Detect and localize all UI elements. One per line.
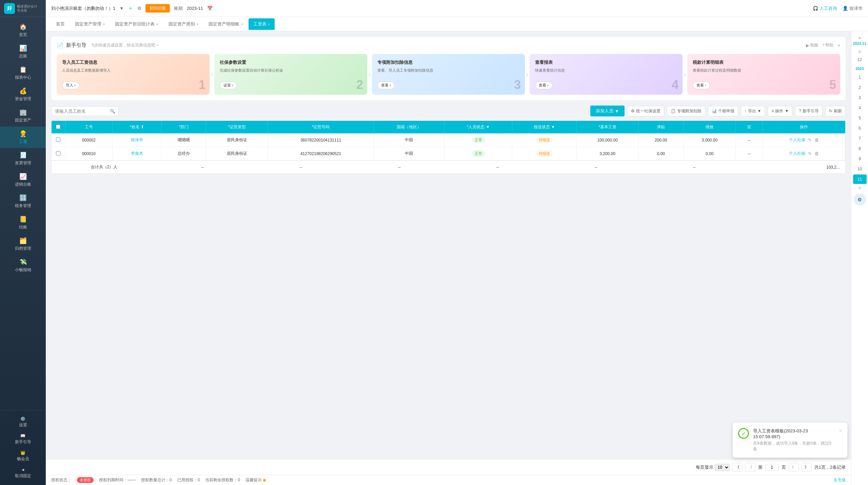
row2-social-insurance-link[interactable]: 个人社保 [789,151,805,156]
sidebar-item-settings[interactable]: ⚙️ 设置 [0,414,46,431]
first-page-btn[interactable]: 《 [732,463,743,471]
row2-edit-icon[interactable]: ✎ [808,151,812,156]
calendar-month-1[interactable]: 1 [853,73,867,82]
guide-subtitle: 5步快速完成设置，快去完善信息吧 ~ [92,42,159,48]
calendar-nav-down[interactable]: ▼ [855,185,865,191]
search-input[interactable] [55,109,108,114]
version-switch-btn[interactable]: 切到旧版 [145,4,170,13]
calendar-month-5[interactable]: 5 [853,113,867,123]
tab-assets-close[interactable]: × [103,22,105,26]
step-1-desc: 人员信息及工资数据新增导入 [62,68,204,79]
step-3-num: 3 [514,78,521,92]
calendar-month-9[interactable]: 9 [853,154,867,164]
step-1-btn[interactable]: 导入 › [62,81,79,89]
tab-depreciation-close[interactable]: × [156,22,158,26]
sidebar-item-assets[interactable]: 🏢 固定资产 [0,105,46,127]
refresh-btn[interactable]: ↻ 刷新 [825,106,846,116]
tab-depreciation[interactable]: 固定资产折旧统计表 × [110,18,163,30]
step-4-btn[interactable]: 查看 › [535,81,552,89]
sidebar-item-expense[interactable]: 💸 小畅报销 [0,255,46,276]
home-icon: 🏠 [19,23,27,31]
sidebar-item-reports[interactable]: 📋 报表中心 [0,62,46,84]
tax-report-btn[interactable]: 📊 个税申报 [708,106,738,116]
sidebar-item-archive[interactable]: 🗂️ 归档管理 [0,234,46,255]
row1-name-link[interactable]: 徐泽华 [131,137,143,142]
select-all-checkbox[interactable] [56,125,60,129]
account-dropdown[interactable]: ▼ [119,6,124,11]
add-account-btn[interactable]: ＋ [128,5,133,12]
tab-detail[interactable]: 固定资产明细账 × [204,18,248,30]
search-icon[interactable]: 🔍 [110,109,115,114]
row2-delete-icon[interactable]: 🗑 [814,151,819,156]
row2-report-badge: 待报送 [536,150,553,157]
sidebar-item-ledger[interactable]: 📊 总账 [0,41,46,62]
special-deduction-btn[interactable]: 📋 专项附加扣除 [667,106,705,116]
calendar-icon[interactable]: 📅 [207,6,213,11]
last-page-btn[interactable]: 》 [802,463,812,471]
calendar-month-7[interactable]: 7 [853,134,867,143]
tab-payroll-close[interactable]: × [268,22,270,26]
tab-home[interactable]: 首页 [51,18,70,30]
calendar-month-11[interactable]: 11 [853,174,867,184]
tab-payroll[interactable]: 工资表 × [249,18,275,30]
calendar-settings-icon[interactable]: ⚙ [854,193,866,206]
page-size-dropdown[interactable]: 10 20 50 [715,464,730,471]
sidebar-item-home[interactable]: 🏠 首页 [0,20,46,41]
row2-checkbox[interactable] [56,151,60,155]
page-number-input[interactable] [765,464,779,471]
sidebar-item-tax[interactable]: 🔢 税务管理 [0,191,46,212]
toast-content: 导入工资表模板(2023-03-23 15:07:59.897) 共9条数据，成… [753,428,835,452]
next-page-btn[interactable]: 〉 [789,463,799,471]
calendar-month-3[interactable]: 3 [853,93,867,102]
guide-video-btn[interactable]: ▶ 视频 [806,42,818,48]
guide-help-btn[interactable]: ? 帮助 [822,42,834,48]
calendar-month-4[interactable]: 4 [853,103,867,113]
cancel-pin-btn[interactable]: ◄ 取消固定 [0,465,46,482]
sidebar-item-finance[interactable]: 💰 资金管理 [0,84,46,105]
calendar-month-2[interactable]: 2 [853,83,867,92]
add-employee-btn[interactable]: 添加人员 ▼ [590,106,625,116]
calendar-up-btn[interactable]: ▲ [855,34,865,41]
calendar-month-8[interactable]: 8 [853,144,867,153]
step-3-btn[interactable]: 查看 › [377,81,395,89]
row2-name-link[interactable]: 李俊杰 [131,151,143,156]
sidebar-item-payroll[interactable]: 👷 工资 [0,127,46,148]
sidebar-item-newguide[interactable]: 📖 新手引导 [0,431,46,448]
sidebar-item-sales[interactable]: 📈 进销台账 [0,169,46,191]
row1-edit-icon[interactable]: ✎ [808,137,812,143]
header-status[interactable]: *人员状态 ▼ [445,121,512,133]
step-5-btn[interactable]: 查看 › [693,81,710,89]
settings-btn[interactable]: ⚙ [137,6,141,11]
tab-category[interactable]: 固定资产类别 × [164,18,203,30]
sidebar-item-closing[interactable]: 📒 结账 [0,212,46,234]
tab-assets[interactable]: 固定资产管理 × [70,18,110,30]
header-report-status[interactable]: 报送状态 ▼ [512,121,576,133]
user-info[interactable]: 👤 徐泽华 [843,5,863,12]
prev-page-btn[interactable]: 〈 [745,463,755,471]
sidebar-item-invoice[interactable]: 🧾 发票管理 [0,148,46,169]
toast-close-btn[interactable]: × [839,428,842,433]
add-dropdown-icon: ▼ [615,109,619,114]
calendar-month-10[interactable]: 10 [853,164,867,174]
calendar-nav-up[interactable]: ▲ [855,48,865,54]
row1-delete-icon[interactable]: 🗑 [814,137,819,143]
calendar-month-12[interactable]: 12 [853,55,867,64]
new-guide-btn[interactable]: ? 新手引导 [795,106,823,116]
recharge-btn[interactable]: 去充值 [833,477,846,483]
calendar-month-6[interactable]: 6 [853,124,867,133]
main-area: 📄 新手引导 5步快速完成设置，快去完善信息吧 ~ ▶ 视频 ? 帮助 [46,31,851,485]
guide-close-btn[interactable]: × [837,43,840,48]
sidebar-label-finance: 资金管理 [15,96,31,102]
tab-detail-close[interactable]: × [241,22,243,26]
header-name[interactable]: *姓名 ⬆ [113,121,161,133]
export-btn[interactable]: ↑ 导出 ▼ [741,106,765,116]
ai-service-btn[interactable]: 🎧 人工咨询 [813,5,837,12]
refresh-icon: ↻ [829,109,832,113]
row1-social-insurance-link[interactable]: 个人社保 [789,137,805,143]
step-2-btn[interactable]: 设置 › [220,81,237,89]
row1-checkbox[interactable] [56,137,60,142]
social-insurance-btn[interactable]: ⚙ 统一社保设置 [627,106,664,116]
operation-btn[interactable]: ≡ 操作 ▼ [768,106,792,116]
tab-category-close[interactable]: × [196,22,198,26]
sidebar-item-member[interactable]: 👑 畅会员 [0,448,46,465]
